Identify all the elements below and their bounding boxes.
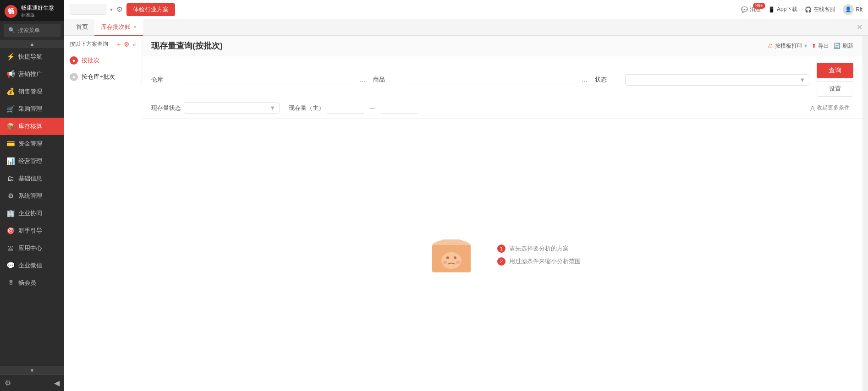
- sidebar-item-sales[interactable]: 💰 销售管理: [0, 83, 64, 100]
- filter-row-2: 现存量状态 ▼ 现存量（主） —: [151, 102, 853, 114]
- sidebar-item-inventory[interactable]: 📦 库存核算: [0, 118, 64, 135]
- stock-main-from[interactable]: [327, 103, 364, 114]
- sidebar-item-member[interactable]: 🎖 畅会员: [0, 274, 64, 292]
- stock-main-to[interactable]: [381, 103, 418, 114]
- query-content-area: 现存量查询(按批次) 🖨 按模板打印 ▾ ⬆ 导出 🔄 刷新: [142, 36, 863, 391]
- settings-button[interactable]: 设置: [817, 81, 853, 97]
- experience-industry-button[interactable]: 体验行业方案: [126, 3, 175, 16]
- appstore-icon: 🛎: [6, 244, 15, 252]
- hint-num-2: 2: [497, 257, 505, 266]
- export-button[interactable]: ⬆ 导出: [812, 42, 829, 50]
- sidebar-item-wechat[interactable]: 💬 企业微信: [0, 257, 64, 274]
- page-header-actions: 🖨 按模板打印 ▾ ⬆ 导出 🔄 刷新: [768, 42, 853, 50]
- app-version: 标准版: [21, 12, 54, 18]
- hint-num-1: 1: [497, 244, 505, 253]
- sidebar-label-wechat: 企业微信: [18, 261, 42, 270]
- scheme-label-by-batch: 按批次: [82, 56, 99, 65]
- collapse-sidebar-icon[interactable]: ◀: [54, 379, 60, 387]
- search-icon: 🔍: [8, 27, 15, 33]
- topbar-settings-icon[interactable]: ⚙: [116, 5, 123, 14]
- topbar: ▾ ⚙ 体验行业方案 💬 消息 99+ 📱 App下载 🎧 在线客服 👤 Rit: [64, 0, 868, 19]
- marketing-icon: 📢: [6, 70, 15, 78]
- stock-main-filter: 现存量（主） —: [289, 103, 426, 114]
- basic-icon: 🗂: [6, 174, 15, 182]
- print-dropdown-arrow[interactable]: ▾: [804, 43, 807, 49]
- newbie-icon: 🎯: [6, 227, 15, 235]
- scheme-item-by-warehouse-batch[interactable]: ● 按仓库+批次: [64, 69, 142, 85]
- topbar-dropdown-arrow[interactable]: ▾: [110, 6, 113, 13]
- tab-inventory-batch-close[interactable]: ×: [133, 24, 137, 30]
- hint-text-1: 请先选择要分析的方案: [509, 244, 569, 253]
- sidebar-item-purchase[interactable]: 🛒 采购管理: [0, 100, 64, 118]
- add-scheme-button[interactable]: +: [117, 41, 121, 48]
- sidebar-item-enterprise[interactable]: 🏢 企业协同: [0, 205, 64, 222]
- svg-point-7: [443, 261, 447, 264]
- refresh-icon: 🔄: [834, 43, 841, 49]
- scheme-item-by-batch[interactable]: ● 按批次: [64, 52, 142, 69]
- purchase-icon: 🛒: [6, 105, 15, 113]
- search-menu[interactable]: 🔍 搜索菜单: [4, 24, 60, 37]
- sidebar-item-newbie[interactable]: 🎯 新手引导: [0, 222, 64, 239]
- topbar-actions: 💬 消息 99+ 📱 App下载 🎧 在线客服 👤 Rit: [741, 4, 863, 15]
- collapse-label: 收起更多条件: [817, 104, 850, 112]
- scheme-collapse-button[interactable]: «: [132, 41, 136, 48]
- sidebar-item-system[interactable]: ⚙ 系统管理: [0, 187, 64, 205]
- right-scrollbar[interactable]: [863, 36, 868, 391]
- sidebar-item-operation[interactable]: 📊 经营管理: [0, 152, 64, 170]
- refresh-button[interactable]: 🔄 刷新: [834, 42, 853, 50]
- filter-and-actions: 仓库 ... 商品 ... 状态: [151, 63, 853, 114]
- empty-state: 1 请先选择要分析的方案 2 用过滤条件来缩小分析范围: [142, 119, 863, 391]
- tab-inventory-batch-label: 库存批次账: [101, 23, 131, 31]
- sidebar-item-quick-nav[interactable]: ⚡ 快捷导航: [0, 48, 64, 65]
- sidebar-label-basic: 基础信息: [18, 174, 42, 183]
- sidebar-scroll-down[interactable]: ▼: [0, 366, 64, 375]
- settings-footer-icon[interactable]: ⚙: [5, 379, 11, 387]
- filter-fields: 仓库 ... 商品 ... 状态: [151, 63, 853, 114]
- tab-inventory-batch[interactable]: 库存批次账 ×: [94, 19, 143, 36]
- topbar-search-input[interactable]: [70, 5, 106, 15]
- search-menu-label: 搜索菜单: [18, 27, 40, 34]
- collapse-more-button[interactable]: ⋀ 收起更多条件: [807, 102, 853, 114]
- stock-status-arrow: ▼: [269, 104, 275, 111]
- empty-illustration: [424, 228, 479, 282]
- warehouse-more-icon[interactable]: ...: [360, 76, 366, 84]
- customer-service-action[interactable]: 🎧 在线客服: [805, 5, 835, 13]
- print-label: 按模板打印: [775, 42, 802, 50]
- sidebar-label-quick-nav: 快捷导航: [18, 53, 42, 61]
- system-icon: ⚙: [6, 192, 15, 200]
- tab-home[interactable]: 首页: [70, 19, 94, 36]
- print-button[interactable]: 🖨 按模板打印 ▾: [768, 42, 807, 50]
- sidebar-item-marketing[interactable]: 📢 营销推广: [0, 65, 64, 83]
- refresh-label: 刷新: [842, 42, 853, 50]
- scheme-settings-button[interactable]: ⚙: [124, 41, 130, 48]
- sidebar-item-appstore[interactable]: 🛎 应用中心: [0, 239, 64, 257]
- svg-point-5: [446, 256, 449, 259]
- product-input[interactable]: [403, 74, 579, 85]
- scheme-icon-by-batch: ●: [70, 56, 78, 65]
- sidebar-item-finance[interactable]: 💳 资金管理: [0, 135, 64, 152]
- query-button[interactable]: 查询: [817, 63, 853, 78]
- warehouse-label: 仓库: [151, 76, 179, 84]
- quick-nav-icon: ⚡: [6, 53, 15, 61]
- tab-panel-close-button[interactable]: ✕: [857, 23, 863, 32]
- empty-hint-2: 2 用过滤条件来缩小分析范围: [497, 257, 581, 266]
- svg-point-6: [454, 256, 456, 259]
- empty-svg: [424, 232, 479, 282]
- app-download-action[interactable]: 📱 App下载: [768, 5, 797, 13]
- stock-status-select[interactable]: ▼: [184, 102, 280, 114]
- sidebar-label-system: 系统管理: [18, 192, 42, 200]
- wechat-icon: 💬: [6, 261, 15, 270]
- user-profile[interactable]: 👤 Rit: [843, 4, 863, 15]
- sidebar-scroll-up[interactable]: ▲: [0, 40, 64, 48]
- user-avatar: 👤: [843, 4, 854, 15]
- export-icon: ⬆: [812, 43, 816, 49]
- page-header: 现存量查询(按批次) 🖨 按模板打印 ▾ ⬆ 导出 🔄 刷新: [142, 36, 863, 56]
- stock-main-label: 现存量（主）: [289, 104, 324, 112]
- message-action[interactable]: 💬 消息 99+: [741, 5, 761, 13]
- status-select[interactable]: ▼: [625, 74, 809, 86]
- sidebar-item-basic[interactable]: 🗂 基础信息: [0, 170, 64, 187]
- product-more-icon[interactable]: ...: [582, 76, 588, 84]
- filter-area: 仓库 ... 商品 ... 状态: [142, 56, 863, 119]
- warehouse-input[interactable]: [181, 74, 357, 85]
- collapse-up-icon: ⋀: [810, 105, 815, 111]
